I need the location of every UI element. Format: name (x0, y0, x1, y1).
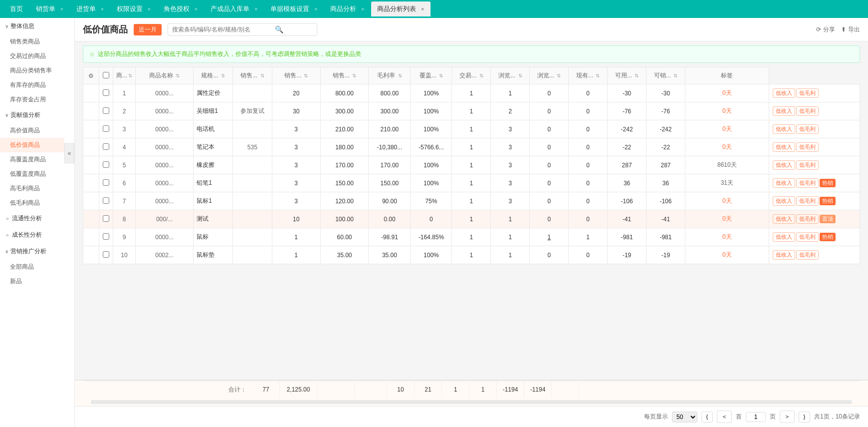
th-sale-cost[interactable]: 销售... ⇅ (320, 67, 369, 84)
th-checkbox[interactable] (99, 67, 113, 84)
th-view2[interactable]: 浏览... ⇅ (530, 67, 569, 84)
th-spec[interactable]: 规格... ⇅ (194, 67, 233, 84)
nav-roles[interactable]: 角色授权 × (158, 1, 204, 16)
td-checkbox[interactable] (99, 102, 113, 120)
sidebar-item-sales-products[interactable]: 销售类商品 (0, 34, 64, 49)
td-name[interactable]: 属性定价 (194, 84, 233, 102)
sidebar-item-all-products[interactable]: 全部商品 (0, 260, 64, 274)
sidebar-item-low-value[interactable]: 低价值商品 (0, 138, 64, 152)
td-checkbox[interactable] (99, 156, 113, 174)
td-checkbox[interactable] (99, 120, 113, 138)
td-checkbox[interactable] (99, 210, 113, 228)
close-products-icon[interactable]: × (254, 6, 257, 12)
th-gear[interactable]: ⚙ (83, 67, 99, 84)
th-sale-qty[interactable]: 销售... ⇅ (232, 67, 272, 84)
td-name[interactable]: 测试 (194, 210, 233, 228)
row-checkbox[interactable] (103, 89, 109, 96)
filter-recent-month-button[interactable]: 近一月 (134, 24, 162, 35)
close-analysis-icon[interactable]: × (361, 6, 364, 12)
sidebar-item-new-products[interactable]: 新品 (0, 274, 64, 289)
row-checkbox[interactable] (103, 143, 109, 150)
th-sale-amt[interactable]: 销售... ⇅ (272, 67, 320, 84)
nav-templates[interactable]: 单据模板设置 × (264, 1, 323, 16)
td-view1[interactable]: 0 (530, 246, 569, 264)
nav-home[interactable]: 首页 (4, 1, 29, 16)
current-page-input[interactable] (746, 412, 766, 422)
close-purchase-icon[interactable]: × (101, 6, 104, 12)
th-margin[interactable]: 毛利率 ⇅ (369, 67, 411, 84)
td-name[interactable]: 电话机 (194, 120, 233, 138)
td-name[interactable]: 鼠标 (194, 228, 233, 246)
td-view1[interactable]: 0 (530, 192, 569, 210)
row-checkbox[interactable] (103, 179, 109, 186)
td-name[interactable]: 笔记本 (194, 138, 233, 156)
sidebar-item-high-value[interactable]: 高价值商品 (0, 123, 64, 138)
sidebar-section-growth[interactable]: ＞ 成长性分析 (0, 227, 64, 243)
td-view1[interactable]: 0 (530, 138, 569, 156)
td-view1[interactable]: 0 (530, 156, 569, 174)
nav-analysis[interactable]: 商品分析 × (324, 1, 370, 16)
sidebar-section-overall[interactable]: ∨ 整体信息 (0, 18, 64, 34)
sidebar-item-low-coverage[interactable]: 低覆盖度商品 (0, 167, 64, 181)
last-page-button[interactable]: ⟩ (799, 412, 810, 423)
td-name[interactable]: 鼠标垫 (194, 246, 233, 264)
th-stock[interactable]: 现有... ⇅ (569, 67, 608, 84)
next-page-button[interactable]: ＞ (780, 411, 795, 423)
row-checkbox[interactable] (103, 125, 109, 132)
row-checkbox[interactable] (103, 161, 109, 168)
sidebar-item-high-profit[interactable]: 高毛利商品 (0, 181, 64, 196)
nav-purchase[interactable]: 进货单 × (70, 1, 110, 16)
row-checkbox[interactable] (103, 197, 109, 204)
td-view1[interactable]: 0 (530, 84, 569, 102)
close-templates-icon[interactable]: × (314, 6, 317, 12)
nav-analysis-list[interactable]: 商品分析列表 × (371, 1, 430, 16)
export-button[interactable]: ⬆ 导出 (841, 25, 860, 34)
th-avail[interactable]: 可用... ⇅ (608, 67, 647, 84)
sidebar-item-stocked[interactable]: 有库存的商品 (0, 78, 64, 92)
td-name[interactable]: 鼠标1 (194, 192, 233, 210)
search-icon[interactable]: 🔍 (275, 25, 283, 33)
th-name[interactable]: 商品名称 ⇅ (136, 67, 194, 84)
td-checkbox[interactable] (99, 138, 113, 156)
sidebar-section-contribution[interactable]: ∨ 贡献值分析 (0, 107, 64, 123)
td-name[interactable]: 橡皮擦 (194, 156, 233, 174)
horizontal-scrollbar[interactable] (91, 400, 852, 404)
share-button[interactable]: ⟳ 分享 (816, 25, 835, 34)
table-container[interactable]: ⚙ 商...⇅ 商品名称 ⇅ 规格... ⇅ 销售... ⇅ 销售... ⇅ 销… (75, 67, 868, 380)
sidebar-item-category-rate[interactable]: 商品分类销售率 (0, 63, 64, 78)
sidebar-item-capital[interactable]: 库存资金占用 (0, 92, 64, 107)
td-view1[interactable]: 0 (530, 102, 569, 120)
sidebar-item-traded[interactable]: 交易过的商品 (0, 49, 64, 63)
row-checkbox[interactable] (103, 233, 109, 240)
td-checkbox[interactable] (99, 228, 113, 246)
td-checkbox[interactable] (99, 84, 113, 102)
close-perm-icon[interactable]: × (148, 6, 151, 12)
prev-page-button[interactable]: ＜ (717, 411, 732, 423)
sidebar-section-marketing[interactable]: ∨ 营销推广分析 (0, 243, 64, 260)
td-view1[interactable]: 0 (530, 120, 569, 138)
sidebar-section-flow[interactable]: ＞ 流通性分析 (0, 210, 64, 227)
td-checkbox[interactable] (99, 246, 113, 264)
th-saleable[interactable]: 可销... ⇅ (647, 67, 685, 84)
per-page-select[interactable]: 50 100 200 (672, 412, 697, 423)
th-coverage[interactable]: 覆盖... ⇅ (411, 67, 452, 84)
td-checkbox[interactable] (99, 174, 113, 192)
close-sales-icon[interactable]: × (60, 6, 63, 12)
row-checkbox[interactable] (103, 215, 109, 222)
td-checkbox[interactable] (99, 192, 113, 210)
th-trade[interactable]: 交易... ⇅ (452, 67, 491, 84)
nav-sales[interactable]: 销货单 × (30, 1, 69, 16)
close-roles-icon[interactable]: × (195, 6, 198, 12)
collapse-sidebar-button[interactable]: « (64, 143, 74, 163)
td-name[interactable]: 铅笔1 (194, 174, 233, 192)
row-checkbox[interactable] (103, 251, 109, 258)
close-analysis-list-icon[interactable]: × (421, 6, 424, 12)
select-all-checkbox[interactable] (103, 72, 109, 78)
td-view1[interactable]: 0 (530, 210, 569, 228)
sidebar-item-high-coverage[interactable]: 高覆盖度商品 (0, 152, 64, 167)
sidebar-item-low-profit[interactable]: 低毛利商品 (0, 196, 64, 210)
td-view1[interactable]: 0 (530, 174, 569, 192)
search-input[interactable] (172, 26, 272, 33)
th-view1[interactable]: 浏览... ⇅ (491, 67, 530, 84)
nav-products[interactable]: 产成品入库单 × (205, 1, 263, 16)
